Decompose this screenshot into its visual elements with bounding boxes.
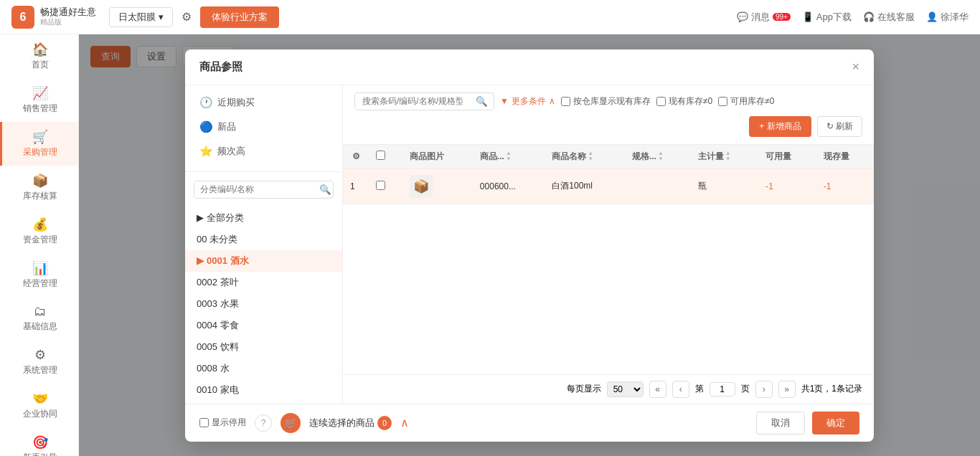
sidebar-item-operations[interactable]: 📊 经营管理 (0, 253, 78, 297)
modal-right-panel: 🔍 ▼ 更多条件 ∧ 按仓库显示现有库存 (343, 85, 874, 404)
first-page-button[interactable]: « (649, 381, 666, 398)
more-filter-button[interactable]: ▼ 更多条件 ∧ (500, 95, 555, 108)
table-row[interactable]: 1 📦 000600... 白酒100ml 瓶 -1 (343, 168, 874, 204)
checkbox-available-stock[interactable]: 可用库存≠0 (718, 95, 774, 108)
nav-right: 💬 消息 99+ 📱 App下载 🎧 在线客服 👤 徐泽华 (737, 11, 969, 24)
star-icon: ⭐ (199, 145, 213, 158)
quick-link-recent[interactable]: 🕐 近期购买 (194, 92, 334, 113)
td-stock: -1 (816, 168, 874, 204)
show-disabled-input[interactable] (199, 418, 209, 427)
cat-item-all[interactable]: ▶ 全部分类 (185, 207, 342, 229)
sidebar-item-purchase[interactable]: 🛒 采购管理 (0, 122, 78, 166)
sidebar-item-basic[interactable]: 🗂 基础信息 (0, 297, 78, 340)
th-settings[interactable]: ⚙ (343, 145, 369, 169)
cat-label-00: 00 未分类 (197, 233, 237, 246)
sidebar-item-finance[interactable]: 💰 资金管理 (0, 209, 78, 253)
per-page-select[interactable]: 50 100 (607, 381, 644, 397)
page-input[interactable] (710, 382, 735, 396)
app-download-item[interactable]: 📱 App下载 (802, 11, 852, 24)
quick-link-recent-label: 近期购买 (217, 96, 255, 109)
td-checkbox (369, 168, 402, 204)
th-checkbox (369, 145, 402, 169)
nav-selector[interactable]: 日太阳膜 ▾ (109, 7, 173, 27)
sidebar-item-inventory[interactable]: 📦 库存核算 (0, 166, 78, 209)
trial-btn[interactable]: 体验行业方案 (200, 6, 279, 28)
sidebar-label-system: 系统管理 (23, 364, 57, 376)
footer-left: 显示停用 (199, 417, 246, 429)
th-code[interactable]: 商品... ▲▼ (473, 145, 545, 169)
th-name[interactable]: 商品名称 ▲▼ (545, 145, 625, 169)
sidebar-item-system[interactable]: ⚙ 系统管理 (0, 340, 78, 384)
cat-label-0010: 0010 家电 (197, 384, 239, 396)
purchase-icon: 🛒 (32, 129, 48, 145)
last-page-button[interactable]: » (778, 381, 796, 398)
cat-item-0008[interactable]: 0008 水 (185, 358, 342, 379)
cat-item-0005[interactable]: 0005 饮料 (185, 336, 342, 358)
online-service-item[interactable]: 🎧 在线客服 (863, 11, 915, 24)
quick-link-new-label: 新品 (217, 120, 236, 133)
checkbox-current-stock-input[interactable] (656, 97, 666, 106)
checkbox-warehouse-stock-input[interactable] (561, 97, 570, 106)
sidebar-item-home[interactable]: 🏠 首页 (0, 34, 78, 78)
app-label: App下载 (816, 11, 852, 24)
chevron-down-icon: ▾ (159, 11, 164, 22)
quick-link-frequent[interactable]: ⭐ 频次高 (194, 141, 334, 161)
sidebar-item-sales[interactable]: 📈 销售管理 (0, 78, 78, 122)
collapse-arrow-icon[interactable]: ∧ (400, 416, 409, 429)
th-unit[interactable]: 主计量 ▲▼ (691, 145, 759, 169)
help-button[interactable]: ? (255, 414, 272, 432)
cat-item-00[interactable]: 00 未分类 (185, 229, 342, 250)
add-product-button[interactable]: + 新增商品 (749, 116, 811, 137)
arrow-icon: ▶ (197, 212, 204, 223)
gear-icon[interactable]: ⚙ (182, 10, 192, 24)
cat-item-0004[interactable]: 0004 零食 (185, 315, 342, 336)
messages-item[interactable]: 💬 消息 99+ (737, 11, 791, 24)
sidebar-item-guide[interactable]: 🎯 新手引导 (0, 427, 78, 456)
divider (185, 171, 342, 172)
user-item[interactable]: 👤 徐泽华 (926, 11, 969, 24)
refresh-button[interactable]: ↻ 刷新 (817, 116, 862, 137)
category-search-input[interactable] (194, 181, 314, 197)
sidebar-label-operations: 经营管理 (23, 277, 57, 290)
td-image: 📦 (402, 168, 473, 204)
select-all-checkbox[interactable] (376, 151, 385, 160)
modal-close-button[interactable]: × (852, 60, 859, 75)
page-suffix: 页 (741, 383, 750, 395)
user-label: 徐泽华 (941, 11, 969, 24)
category-search-button[interactable]: 🔍 (314, 181, 334, 198)
modal-left-panel: 🕐 近期购买 🔵 新品 ⭐ 频次高 (185, 85, 343, 404)
cat-label-0008: 0008 水 (197, 362, 230, 375)
cart-button[interactable]: 🛒 (281, 413, 301, 433)
show-disabled-checkbox[interactable]: 显示停用 (199, 417, 246, 429)
cat-item-0010[interactable]: 0010 家电 (185, 379, 342, 401)
cancel-button[interactable]: 取消 (756, 412, 805, 434)
modal-quick-links: 🕐 近期购买 🔵 新品 ⭐ 频次高 (185, 85, 342, 168)
confirm-button[interactable]: 确定 (812, 412, 859, 434)
checkbox-warehouse-stock[interactable]: 按仓库显示现有库存 (561, 95, 651, 108)
next-page-button[interactable]: › (755, 381, 773, 398)
system-icon: ⚙ (34, 347, 46, 363)
filter-label: 更多条件 (512, 95, 546, 108)
checkbox-current-stock[interactable]: 现有库存≠0 (656, 95, 712, 108)
td-spec (625, 168, 691, 204)
td-available: -1 (758, 168, 816, 204)
th-spec[interactable]: 规格... ▲▼ (625, 145, 691, 169)
cat-item-0003[interactable]: 0003 水果 (185, 293, 342, 315)
modal-body: 🕐 近期购买 🔵 新品 ⭐ 频次高 (185, 85, 874, 404)
sidebar-label-purchase: 采购管理 (23, 146, 57, 158)
cat-item-0002[interactable]: 0002 茶叶 (185, 272, 342, 293)
per-page-label: 每页显示 (567, 383, 601, 395)
product-search-input[interactable] (355, 93, 470, 109)
prev-page-button[interactable]: ‹ (672, 381, 689, 398)
sidebar-item-collab[interactable]: 🤝 企业协同 (0, 384, 78, 427)
checkbox-current-stock-label: 现有库存≠0 (669, 95, 712, 108)
product-search-button[interactable]: 🔍 (470, 93, 494, 110)
row-checkbox[interactable] (376, 181, 385, 190)
cat-label-all: 全部分类 (207, 212, 244, 224)
product-image: 📦 (410, 175, 433, 198)
selected-label: 连续选择的商品 (309, 417, 374, 429)
cat-item-0001[interactable]: ▶ 0001 酒水 (185, 250, 342, 272)
quick-link-new[interactable]: 🔵 新品 (194, 117, 334, 137)
finance-icon: 💰 (32, 217, 48, 232)
checkbox-available-stock-input[interactable] (718, 97, 727, 106)
